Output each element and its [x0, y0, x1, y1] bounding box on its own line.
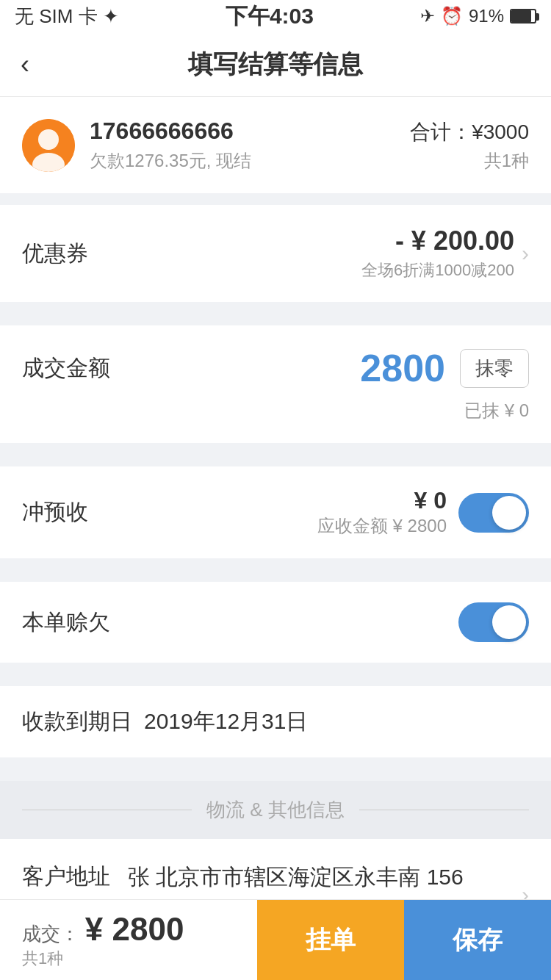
debit-label: 本单赊欠 — [22, 608, 110, 638]
chevron-right-icon: › — [522, 241, 529, 266]
total-label: 合计：¥3000 — [410, 118, 529, 146]
divider-line-right — [359, 810, 529, 810]
coupon-desc: 全场6折满1000减200 — [361, 259, 514, 281]
amount-sub: 已抹 ¥ 0 — [22, 399, 529, 422]
customer-sub: 欠款1276.35元, 现结 — [90, 149, 251, 173]
prepay-row: 冲预收 ¥ 0 应收金额 ¥ 2800 — [22, 487, 529, 538]
alarm-icon: ⏰ — [441, 6, 463, 26]
amount-right: 2800 抹零 — [360, 346, 529, 390]
bottom-bar: 成交： ¥ 2800 共1种 挂单 保存 — [0, 899, 551, 980]
avatar — [22, 119, 75, 172]
address-label: 客户地址 — [22, 860, 110, 893]
date-value: 2019年12月31日 — [144, 707, 308, 737]
status-left: 无 SIM 卡 ✦ — [15, 4, 119, 29]
divider-line-left — [22, 810, 192, 810]
round-button[interactable]: 抹零 — [460, 349, 529, 388]
coupon-right: - ¥ 200.00 全场6折满1000减200 › — [361, 226, 529, 281]
section-divider-4 — [0, 674, 551, 686]
prepay-sub: 应收金额 ¥ 2800 — [317, 514, 447, 538]
customer-right: 合计：¥3000 共1种 — [410, 118, 529, 173]
amount-row: 成交金额 2800 抹零 — [22, 346, 529, 390]
amount-label: 成交金额 — [22, 353, 110, 383]
sim-text: 无 SIM 卡 ✦ — [15, 4, 119, 29]
date-section: 收款到期日 2019年12月31日 — [0, 686, 551, 757]
battery-text: 91% — [469, 6, 504, 26]
prepay-amount-group: ¥ 0 应收金额 ¥ 2800 — [317, 487, 447, 538]
prepay-toggle[interactable] — [458, 493, 529, 533]
main-content: 17666666666 欠款1276.35元, 现结 合计：¥3000 共1种 … — [0, 97, 551, 980]
save-button[interactable]: 保存 — [404, 900, 551, 981]
battery-icon — [510, 9, 536, 24]
section-divider-2 — [0, 455, 551, 466]
status-bar: 无 SIM 卡 ✦ 下午4:03 ✈ ⏰ 91% — [0, 0, 551, 32]
total-count: 共1种 — [410, 149, 529, 173]
logistics-divider-text: 物流 & 其他信息 — [206, 797, 345, 823]
logistics-divider: 物流 & 其他信息 — [0, 781, 551, 839]
bottom-summary: 成交： ¥ 2800 共1种 — [0, 911, 257, 970]
prepay-right: ¥ 0 应收金额 ¥ 2800 — [317, 487, 529, 538]
section-divider-1 — [0, 314, 551, 325]
back-button[interactable]: ‹ — [21, 49, 29, 80]
bottom-summary-value: ¥ 2800 — [85, 911, 184, 947]
prepay-label: 冲预收 — [22, 497, 88, 527]
debit-toggle[interactable] — [458, 602, 529, 642]
status-time: 下午4:03 — [226, 1, 314, 32]
coupon-row[interactable]: 优惠券 - ¥ 200.00 全场6折满1000减200 › — [0, 205, 551, 302]
status-right: ✈ ⏰ 91% — [420, 6, 536, 26]
prepay-amount: ¥ 0 — [317, 487, 447, 514]
total-label-text: 合计： — [410, 120, 472, 143]
amount-value: 2800 — [360, 346, 445, 390]
prepay-section: 冲预收 ¥ 0 应收金额 ¥ 2800 — [0, 466, 551, 558]
section-divider-3 — [0, 570, 551, 582]
coupon-discount: - ¥ 200.00 — [361, 226, 514, 256]
bottom-summary-row: 成交： ¥ 2800 — [22, 911, 235, 948]
amount-section: 成交金额 2800 抹零 已抹 ¥ 0 — [0, 325, 551, 443]
page-title: 填写结算等信息 — [188, 48, 363, 82]
section-divider-5 — [0, 769, 551, 781]
hang-button[interactable]: 挂单 — [257, 900, 404, 981]
coupon-label: 优惠券 — [22, 239, 88, 269]
bottom-summary-count: 共1种 — [22, 948, 235, 970]
customer-info: 17666666666 欠款1276.35元, 现结 — [90, 118, 251, 173]
total-value: ¥3000 — [472, 120, 529, 143]
svg-point-1 — [38, 129, 59, 150]
customer-left: 17666666666 欠款1276.35元, 现结 — [22, 118, 251, 173]
nav-bar: ‹ 填写结算等信息 — [0, 32, 551, 97]
customer-phone: 17666666666 — [90, 118, 251, 145]
customer-card: 17666666666 欠款1276.35元, 现结 合计：¥3000 共1种 — [0, 97, 551, 193]
bottom-summary-label: 成交： — [22, 923, 79, 945]
date-label: 收款到期日 — [22, 707, 132, 737]
location-icon: ✈ — [420, 6, 435, 26]
debit-section: 本单赊欠 — [0, 582, 551, 663]
date-row: 收款到期日 2019年12月31日 — [22, 707, 529, 737]
